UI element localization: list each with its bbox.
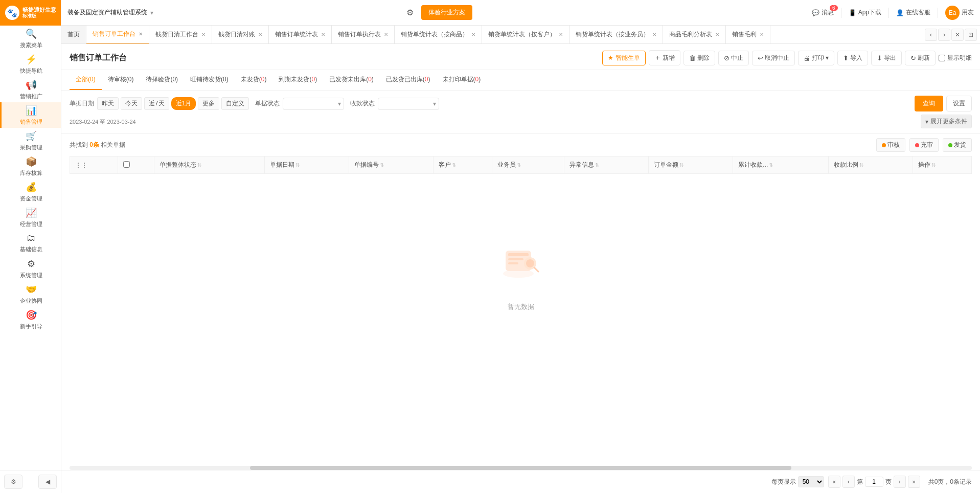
- new-btn[interactable]: ＋ 新增: [649, 50, 680, 65]
- sort-icon-customer[interactable]: ⇅: [452, 162, 456, 168]
- tab-expand-btn[interactable]: ⊡: [965, 29, 977, 41]
- col-customer[interactable]: 客户⇅: [434, 156, 492, 174]
- app-download-item[interactable]: 📱 App下载: [849, 8, 881, 17]
- online-service-item[interactable]: 👤 在线客服: [896, 8, 930, 17]
- cancel-stop-btn[interactable]: ↩ 取消中止: [752, 51, 795, 65]
- close-tab-cash-daily[interactable]: ✕: [201, 32, 206, 37]
- tab-left-btn[interactable]: ‹: [925, 29, 937, 41]
- sidebar-item-marketing[interactable]: 📢 营销推广: [0, 77, 61, 102]
- collapse-btn[interactable]: ◀: [38, 475, 57, 489]
- show-detail-label[interactable]: 显示明细: [939, 54, 972, 62]
- smart-btn[interactable]: ★ 智能生单: [602, 51, 646, 65]
- col-status[interactable]: 单据整体状态⇅: [154, 156, 265, 174]
- tab-product-margin[interactable]: 商品毛利分析表✕: [663, 26, 726, 44]
- per-page-select[interactable]: 102050100: [798, 476, 824, 487]
- col-abnormal[interactable]: 异常信息⇅: [564, 156, 648, 174]
- show-detail-checkbox[interactable]: [939, 55, 945, 61]
- sub-tab-wangpu-ship[interactable]: 旺铺待发货(0): [184, 70, 235, 90]
- page-input[interactable]: [865, 477, 883, 487]
- sidebar-item-inventory[interactable]: 📦 库存核算: [0, 153, 61, 179]
- sub-tab-pending-review[interactable]: 待审核(0): [102, 70, 140, 90]
- sub-tab-pending-inspect[interactable]: 待择验货(0): [140, 70, 184, 90]
- sidebar-item-quick-nav[interactable]: ⚡ 快捷导航: [0, 51, 61, 77]
- tab-sales-exec-table[interactable]: 销售订单执行表✕: [332, 26, 395, 44]
- sub-tab-not-printed[interactable]: 未打印单据(0): [437, 70, 487, 90]
- tab-sales-stat-staff[interactable]: 销货单统计表（按业务员）✕: [569, 26, 663, 44]
- sort-icon-staff[interactable]: ⇅: [517, 162, 521, 168]
- close-tab-sales-exec-table[interactable]: ✕: [384, 32, 388, 37]
- sidebar-item-system[interactable]: ⚙ 系统管理: [0, 256, 61, 281]
- sort-icon-status[interactable]: ⇅: [197, 162, 201, 168]
- title-dropdown-icon[interactable]: ▾: [150, 9, 153, 16]
- status-select[interactable]: [283, 98, 344, 110]
- delete-btn[interactable]: 🗑 删除: [683, 51, 715, 65]
- col-collected[interactable]: 累计收款...⇅: [733, 156, 828, 174]
- stop-btn[interactable]: ⊘ 中止: [718, 51, 749, 65]
- close-tab-sales-stat-table[interactable]: ✕: [321, 32, 325, 37]
- col-number[interactable]: 单据编号⇅: [349, 156, 434, 174]
- message-icon-item[interactable]: 💬 6 消息: [812, 8, 834, 17]
- sidebar-item-search[interactable]: 🔍 搜索菜单: [0, 26, 61, 51]
- sidebar-item-enterprise[interactable]: 🤝 企业协同: [0, 281, 61, 307]
- col-date[interactable]: 单据日期⇅: [264, 156, 349, 174]
- close-tab-product-margin[interactable]: ✕: [715, 32, 719, 37]
- filter-setting-btn[interactable]: 设置: [946, 96, 972, 111]
- sidebar-item-operations[interactable]: 📈 经营管理: [0, 205, 61, 230]
- tab-home[interactable]: 首页: [61, 26, 86, 44]
- sub-tab-expired-ship[interactable]: 到期未发货(0): [272, 70, 323, 90]
- tab-sales-workbench[interactable]: 销售订单工作台✕: [86, 26, 149, 44]
- col-ratio[interactable]: 收款比例⇅: [828, 156, 913, 174]
- prev-page-btn[interactable]: ‹: [842, 476, 855, 488]
- date-btn-自定义[interactable]: 自定义: [221, 97, 249, 110]
- col-amount[interactable]: 订单金额⇅: [648, 156, 733, 174]
- tab-close-all-btn[interactable]: ✕: [951, 29, 964, 41]
- close-tab-sales-workbench[interactable]: ✕: [139, 31, 143, 37]
- settings-btn[interactable]: ⚙: [4, 475, 22, 489]
- sub-tab-all[interactable]: 全部(0): [70, 70, 102, 90]
- close-tab-sales-stat-staff[interactable]: ✕: [652, 32, 656, 37]
- col-staff[interactable]: 业务员⇅: [492, 156, 564, 174]
- close-tab-sales-stat-product[interactable]: ✕: [471, 32, 475, 37]
- payment-select[interactable]: [378, 98, 439, 110]
- next-page-btn[interactable]: ›: [894, 476, 906, 488]
- tab-right-btn[interactable]: ›: [938, 29, 950, 41]
- import-btn[interactable]: ⬆ 导入: [837, 51, 868, 65]
- refresh-btn[interactable]: ↻ 刷新: [905, 51, 936, 65]
- sort-icon-ratio[interactable]: ⇅: [859, 162, 863, 168]
- date-btn-近7天[interactable]: 近7天: [144, 97, 169, 110]
- date-btn-今天[interactable]: 今天: [121, 97, 142, 110]
- date-btn-昨天[interactable]: 昨天: [97, 97, 119, 110]
- tab-cash-reconcile[interactable]: 钱货日清对账✕: [212, 26, 269, 44]
- close-tab-sales-stat-customer[interactable]: ✕: [559, 32, 563, 37]
- tab-sales-stat-table[interactable]: 销售订单统计表✕: [269, 26, 332, 44]
- last-page-btn[interactable]: »: [908, 476, 920, 488]
- sort-icon-number[interactable]: ⇅: [380, 162, 384, 168]
- tab-sales-stat-customer[interactable]: 销货单统计表（按客户）✕: [482, 26, 569, 44]
- date-btn-更多[interactable]: 更多: [198, 97, 219, 110]
- sort-icon-amount[interactable]: ⇅: [679, 162, 683, 168]
- first-page-btn[interactable]: «: [828, 476, 840, 488]
- table-btn-ship[interactable]: 发货: [943, 138, 972, 152]
- sort-icon-date[interactable]: ⇅: [295, 162, 300, 168]
- sort-icon-collected[interactable]: ⇅: [769, 162, 773, 168]
- tab-cash-daily[interactable]: 钱货日清工作台✕: [149, 26, 212, 44]
- export-btn[interactable]: ⬇ 导出: [871, 51, 902, 65]
- table-btn-review[interactable]: 审核: [876, 138, 905, 152]
- tab-sales-stat-product[interactable]: 销货单统计表（按商品）✕: [395, 26, 482, 44]
- sidebar-item-finance[interactable]: 💰 资金管理: [0, 179, 61, 205]
- tab-sales-margin[interactable]: 销售毛利✕: [726, 26, 770, 44]
- sub-tab-shipped-out[interactable]: 已发货已出库(0): [380, 70, 437, 90]
- gear-icon[interactable]: ⚙: [403, 6, 417, 20]
- query-btn[interactable]: 查询: [915, 96, 943, 111]
- sidebar-item-purchase[interactable]: 🛒 采购管理: [0, 128, 61, 153]
- close-tab-cash-reconcile[interactable]: ✕: [258, 32, 262, 37]
- sort-icon-abnormal[interactable]: ⇅: [595, 162, 599, 168]
- print-btn[interactable]: 🖨 打印 ▾: [798, 51, 834, 65]
- sidebar-item-basic-info[interactable]: 🗂 基础信息: [0, 230, 61, 256]
- horizontal-scrollbar[interactable]: [70, 466, 972, 470]
- sort-icon-operations[interactable]: ⇅: [931, 162, 936, 168]
- sub-tab-not-shipped[interactable]: 未发货(0): [235, 70, 273, 90]
- date-btn-近1月[interactable]: 近1月: [171, 97, 196, 110]
- sub-tab-shipped-not-out[interactable]: 已发货未出库(0): [323, 70, 380, 90]
- select-all-checkbox[interactable]: [123, 161, 130, 168]
